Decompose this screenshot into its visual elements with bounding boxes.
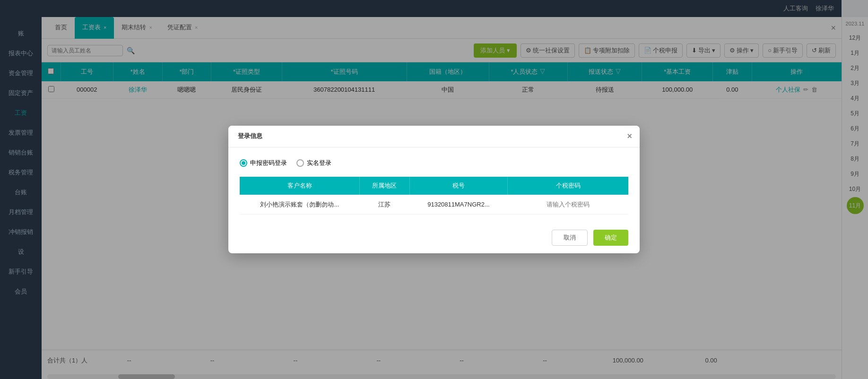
- dialog-taxno: 91320811MA7NGR2...: [409, 195, 508, 215]
- confirm-button[interactable]: 确定: [593, 230, 628, 246]
- radio-realname-login[interactable]: 实名登录: [296, 159, 331, 167]
- dialog-header: 登录信息 ×: [228, 126, 640, 147]
- radio-realname-circle: [296, 159, 304, 167]
- login-dialog: 登录信息 × 申报密码登录 实名登录 客户名称 所属地区: [228, 126, 640, 254]
- cancel-button[interactable]: 取消: [552, 230, 588, 246]
- dialog-password-cell[interactable]: [508, 195, 628, 215]
- dialog-header-password: 个税密码: [508, 177, 628, 195]
- dialog-body: 申报密码登录 实名登录 客户名称 所属地区 税号 个税密码: [228, 147, 640, 223]
- dialog-header-taxno: 税号: [409, 177, 508, 195]
- dialog-table-row: 刘小艳演示账套（勿删勿动... 江苏 91320811MA7NGR2...: [240, 195, 628, 215]
- dialog-header-company: 客户名称: [240, 177, 360, 195]
- dialog-region: 江苏: [360, 195, 409, 215]
- dialog-company: 刘小艳演示账套（勿删勿动...: [240, 195, 360, 215]
- dialog-header-region: 所属地区: [360, 177, 409, 195]
- dialog-footer: 取消 确定: [228, 222, 640, 253]
- login-type-group: 申报密码登录 实名登录: [240, 159, 628, 167]
- dialog-close-btn[interactable]: ×: [627, 131, 632, 141]
- dialog-table: 客户名称 所属地区 税号 个税密码 刘小艳演示账套（勿删勿动... 江苏 913…: [240, 177, 628, 215]
- dialog-title: 登录信息: [238, 132, 262, 140]
- radio-password-login[interactable]: 申报密码登录: [240, 159, 287, 167]
- radio-password-circle: [240, 159, 247, 167]
- dialog-overlay: 登录信息 × 申报密码登录 实名登录 客户名称 所属地区: [0, 0, 868, 379]
- password-input[interactable]: [514, 201, 622, 208]
